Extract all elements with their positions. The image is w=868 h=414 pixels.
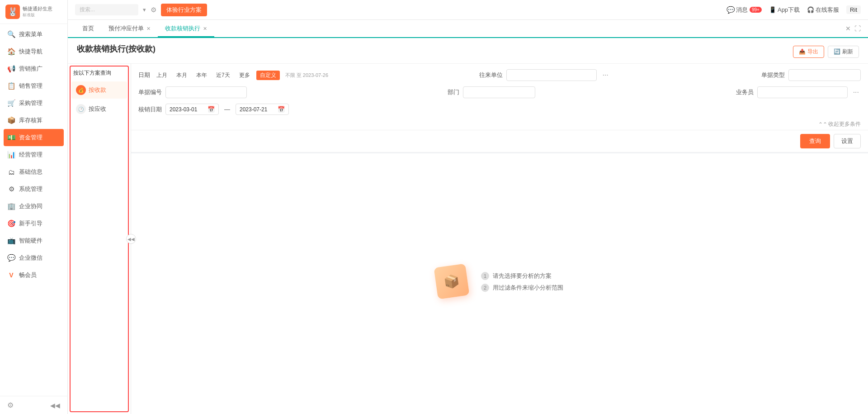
message-area[interactable]: 💬 消息 99+ (726, 6, 762, 14)
sidebar-item-system[interactable]: ⚙ 系统管理 (0, 181, 67, 198)
date-btn-this-month[interactable]: 本月 (174, 71, 190, 80)
dept-label: 部门 (448, 88, 459, 96)
tab-home[interactable]: 首页 (75, 21, 101, 37)
empty-texts: 1 请先选择要分析的方案 2 用过滤条件来缩小分析范围 (481, 272, 563, 295)
writeoff-start-input[interactable] (170, 106, 206, 113)
enterprise-icon: 🏢 (7, 202, 15, 210)
doc-no-input[interactable] (165, 86, 247, 98)
top-header: 搜索... ▾ ⚙ 体验行业方案 💬 消息 99+ 📱 App下载 🎧 在线客服… (68, 0, 868, 20)
settings-icon[interactable]: ⚙ (7, 401, 14, 409)
guide-icon: 🎯 (7, 219, 15, 228)
calendar-end-icon[interactable]: 📅 (278, 106, 285, 113)
counterpart-group: 往来单位 ··· (479, 69, 610, 81)
sidebar-item-search[interactable]: 🔍 搜索菜单 (0, 26, 67, 43)
operations-icon: 📊 (7, 151, 15, 159)
message-icon: 💬 (726, 6, 735, 14)
date-btn-more[interactable]: 更多 (236, 71, 253, 80)
header-right: 💬 消息 99+ 📱 App下载 🎧 在线客服 Rit (726, 5, 861, 14)
dept-select[interactable] (463, 86, 535, 98)
counterpart-dots-btn[interactable]: ··· (600, 70, 610, 80)
writeoff-date-label: 核销日期 (138, 105, 162, 114)
sidebar-item-label: 资金管理 (19, 133, 42, 142)
writeoff-end-input[interactable] (240, 106, 276, 113)
sidebar-item-basic-info[interactable]: 🗂 基础信息 (0, 163, 67, 181)
date-btn-7days[interactable]: 近7天 (213, 71, 233, 80)
sidebar-item-purchase[interactable]: 🛒 采购管理 (0, 95, 67, 112)
inventory-icon: 📦 (7, 116, 15, 124)
empty-box-icon: 📦 (443, 273, 460, 290)
sidebar-item-finance[interactable]: 💵 资金管理 (4, 129, 64, 146)
tab-prepay[interactable]: 预付冲应付单 ✕ (101, 21, 158, 37)
sidebar-item-quick-nav[interactable]: 🏠 快捷导航 (0, 43, 67, 60)
refresh-btn[interactable]: 🔄 刷新 (828, 46, 859, 58)
tab-actions: ✕ ⛶ (845, 25, 861, 32)
sidebar-item-inventory[interactable]: 📦 库存核算 (0, 112, 67, 129)
counterpart-label: 往来单位 (479, 71, 503, 79)
sidebar-item-hardware[interactable]: 📺 智能硬件 (0, 232, 67, 249)
tab-receivable-close[interactable]: ✕ (203, 26, 207, 32)
sidebar-item-guide[interactable]: 🎯 新手引导 (0, 215, 67, 232)
tab-receivable-label: 收款核销执行 (165, 24, 200, 33)
finance-icon: 💵 (7, 133, 15, 142)
online-service-link[interactable]: 🎧 在线客服 (807, 6, 839, 14)
sidebar-item-label: 经营管理 (19, 151, 42, 159)
empty-illustration: 📦 (436, 266, 472, 302)
close-tab-icon[interactable]: ✕ (845, 25, 851, 32)
form-row-1: 日期 上月 本月 本年 近7天 更多 自定义 不限 至 2023-07-26 (138, 69, 861, 81)
sidebar-item-member[interactable]: V 畅会员 (0, 266, 67, 284)
salesperson-dots-btn[interactable]: ··· (851, 87, 861, 97)
refresh-icon: 🔄 (834, 48, 840, 55)
writeoff-date-group: 核销日期 📅 — 📅 (138, 104, 289, 115)
date-btn-this-year[interactable]: 本年 (193, 71, 210, 80)
salesperson-input[interactable] (757, 86, 848, 98)
empty-tip-2: 用过滤条件来缩小分析范围 (493, 284, 563, 292)
filter-option-by-receivable[interactable]: 🕐 按应收 (71, 100, 127, 118)
writeoff-start-wrap: 📅 (165, 104, 219, 115)
app-download-link[interactable]: 📱 App下载 (769, 6, 800, 14)
calendar-start-icon[interactable]: 📅 (208, 106, 215, 113)
sidebar-item-wecom[interactable]: 💬 企业微信 (0, 249, 67, 266)
export-icon: 📤 (799, 48, 806, 55)
date-btn-last-month[interactable]: 上月 (154, 71, 170, 80)
page-body: 收款核销执行(按收款) 📤 导出 🔄 刷新 按以下方案查询 💰 (68, 38, 868, 414)
tab-home-label: 首页 (82, 24, 94, 33)
date-btn-custom[interactable]: 自定义 (256, 71, 280, 80)
sidebar-item-operations[interactable]: 📊 经营管理 (0, 146, 67, 163)
empty-state-area: 📦 1 请先选择要分析的方案 2 用过滤条件来缩小分析范围 (131, 153, 868, 414)
sidebar: 🐰 畅捷通好生意 标准版 🔍 搜索菜单 🏠 快捷导航 📢 营销推广 📋 销售管理… (0, 0, 68, 414)
industry-btn[interactable]: 体验行业方案 (161, 4, 207, 16)
step-num-1: 1 (481, 272, 489, 280)
search-icon: 🔍 (7, 30, 15, 38)
system-icon: ⚙ (7, 185, 15, 193)
wecom-icon: 💬 (7, 254, 15, 262)
dropdown-icon[interactable]: ▾ (143, 6, 146, 13)
filter-option-by-receipt[interactable]: 💰 按收款 (71, 81, 127, 99)
settings-btn[interactable]: 设置 (834, 134, 861, 148)
doc-no-group: 单据编号 (138, 86, 247, 98)
sidebar-item-marketing[interactable]: 📢 营销推广 (0, 60, 67, 77)
receivable-icon: 🕐 (76, 104, 86, 114)
member-icon: V (7, 271, 15, 279)
expand-icon[interactable]: ⛶ (854, 25, 861, 32)
tab-prepay-close[interactable]: ✕ (146, 26, 151, 32)
doc-type-select[interactable] (788, 69, 861, 81)
user-name[interactable]: Rit (846, 5, 861, 14)
collapse-filter-btn[interactable]: ◀◀ (126, 234, 136, 244)
export-btn[interactable]: 📤 导出 (793, 46, 824, 58)
sidebar-item-sales[interactable]: 📋 销售管理 (0, 77, 67, 95)
collapse-sidebar-icon[interactable]: ◀◀ (50, 402, 60, 409)
date-range-sep: — (222, 106, 232, 113)
query-btn[interactable]: 查询 (800, 134, 830, 148)
sidebar-item-enterprise[interactable]: 🏢 企业协同 (0, 198, 67, 215)
gear-icon[interactable]: ⚙ (151, 6, 156, 14)
date-group: 日期 上月 本月 本年 近7天 更多 自定义 (138, 71, 280, 80)
sidebar-item-label: 基础信息 (19, 168, 42, 176)
page-header-actions: 📤 导出 🔄 刷新 (793, 46, 859, 58)
counterpart-input[interactable] (506, 69, 597, 81)
page-title: 收款核销执行(按收款) (77, 43, 156, 60)
main-area: 搜索... ▾ ⚙ 体验行业方案 💬 消息 99+ 📱 App下载 🎧 在线客服… (68, 0, 868, 414)
doc-type-group: 单据类型 (761, 69, 861, 81)
tab-receivable[interactable]: 收款核销执行 ✕ (158, 21, 214, 37)
collapse-conditions-btn[interactable]: ⌃⌃ 收起更多条件 (818, 120, 861, 128)
step-num-2: 2 (481, 284, 489, 292)
